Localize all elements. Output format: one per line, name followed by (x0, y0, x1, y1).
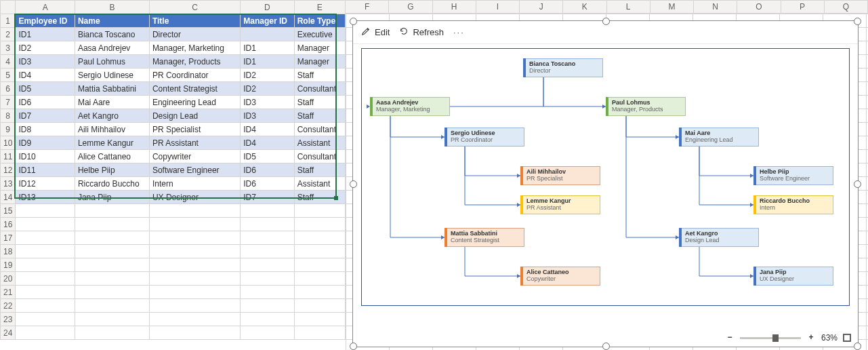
edit-button[interactable]: Edit (361, 26, 390, 38)
cell[interactable]: Alice Cattaneo (75, 150, 149, 163)
org-node-ID4[interactable]: Sergio UdinesePR Coordinator (445, 128, 524, 147)
cell[interactable]: ID1 (241, 55, 294, 69)
org-node-ID9[interactable]: Lemme KangurPR Assistant (520, 195, 600, 214)
embedded-visualization[interactable]: Edit Refresh ··· Bianca ToscanoDirectorA… (352, 20, 859, 347)
cell[interactable] (241, 326, 294, 340)
resize-handle-l[interactable] (350, 180, 357, 188)
cell[interactable] (16, 231, 75, 245)
org-node-ID3[interactable]: Paul LohmusManager, Products (606, 97, 686, 116)
resize-handle-b[interactable] (602, 343, 610, 350)
cell[interactable] (294, 258, 345, 272)
cell[interactable]: Software Engineer (149, 163, 240, 177)
zoom-slider[interactable] (740, 337, 801, 339)
cell[interactable]: Manager (294, 55, 345, 69)
cell[interactable] (75, 299, 149, 313)
column-header-H[interactable]: H (433, 0, 476, 14)
row-header-24[interactable]: 24 (1, 326, 16, 340)
cell[interactable]: ID2 (241, 69, 294, 82)
cell[interactable] (294, 204, 345, 218)
cell[interactable]: Aasa Andrejev (75, 41, 149, 55)
cell[interactable]: Manager (294, 41, 345, 55)
column-header-C[interactable]: C (149, 1, 240, 14)
cell[interactable] (75, 258, 149, 272)
cell[interactable] (294, 299, 345, 313)
cell[interactable]: Staff (294, 163, 345, 177)
cell[interactable]: Intern (149, 177, 240, 191)
column-header-N[interactable]: N (694, 0, 737, 14)
row-header-17[interactable]: 17 (1, 231, 16, 245)
org-node-ID6[interactable]: Mai AareEngineering Lead (679, 128, 759, 147)
cell[interactable] (294, 245, 345, 258)
column-header-Q[interactable]: Q (825, 0, 868, 14)
cell[interactable]: Jana Piip (75, 191, 149, 204)
cell[interactable] (241, 218, 294, 231)
org-node-ID8[interactable]: Aili MihhailovPR Specialist (520, 166, 600, 185)
zoom-slider-thumb[interactable] (772, 334, 779, 342)
cell[interactable] (16, 218, 75, 231)
cell[interactable] (16, 286, 75, 299)
row-header-11[interactable]: 11 (1, 150, 16, 163)
cell[interactable]: Staff (294, 191, 345, 204)
cell[interactable] (149, 231, 240, 245)
cell[interactable]: Bianca Toscano (75, 28, 149, 41)
column-header-M[interactable]: M (650, 0, 694, 14)
column-header-O[interactable]: O (737, 0, 781, 14)
cell[interactable]: Manager, Marketing (149, 41, 240, 55)
cell[interactable]: ID3 (241, 96, 294, 109)
cell[interactable] (294, 313, 345, 326)
row-header-6[interactable]: 6 (1, 82, 16, 96)
cell[interactable]: Sergio Udinese (75, 69, 149, 82)
row-header-4[interactable]: 4 (1, 55, 16, 69)
column-header-F[interactable]: F (346, 0, 389, 14)
cell[interactable] (294, 231, 345, 245)
cell[interactable]: ID3 (16, 55, 75, 69)
cell[interactable] (16, 245, 75, 258)
cell[interactable] (149, 258, 240, 272)
cell[interactable]: Aet Kangro (75, 109, 149, 123)
cell[interactable] (241, 28, 294, 41)
zoom-in-button[interactable]: + (806, 333, 816, 343)
resize-handle-tl[interactable] (350, 18, 357, 25)
refresh-button[interactable]: Refresh (399, 26, 444, 38)
row-header-10[interactable]: 10 (1, 136, 16, 150)
cell[interactable]: Aili Mihhailov (75, 123, 149, 136)
cell[interactable]: Consultant (294, 82, 345, 96)
cell[interactable] (16, 204, 75, 218)
org-node-ID5[interactable]: Mattia SabbatiniContent Strategist (445, 228, 524, 247)
column-header-D[interactable]: D (241, 1, 294, 14)
cell[interactable]: Staff (294, 109, 345, 123)
org-node-ID2[interactable]: Aasa AndrejevManager, Marketing (370, 97, 450, 116)
zoom-out-button[interactable]: − (725, 333, 735, 343)
cell[interactable]: Content Strategist (149, 82, 240, 96)
column-header-P[interactable]: P (781, 0, 825, 14)
cell[interactable]: Engineering Lead (149, 96, 240, 109)
cell[interactable]: ID8 (16, 123, 75, 136)
row-header-15[interactable]: 15 (1, 204, 16, 218)
row-header-3[interactable]: 3 (1, 41, 16, 55)
cell[interactable]: Manager ID (241, 14, 294, 28)
resize-handle-r[interactable] (854, 180, 861, 188)
row-header-9[interactable]: 9 (1, 123, 16, 136)
cell[interactable]: Copywriter (149, 150, 240, 163)
org-node-ID10[interactable]: Alice CattaneoCopywriter (520, 267, 600, 286)
cell[interactable]: Consultant (294, 123, 345, 136)
row-header-7[interactable]: 7 (1, 96, 16, 109)
cell[interactable] (294, 272, 345, 286)
spreadsheet-area[interactable]: ABCDE 1Employee IDNameTitleManager IDRol… (0, 0, 346, 350)
cell[interactable]: ID5 (241, 150, 294, 163)
cell[interactable]: Paul Lohmus (75, 55, 149, 69)
column-header-G[interactable]: G (389, 0, 432, 14)
cell[interactable] (241, 231, 294, 245)
cell[interactable] (75, 326, 149, 340)
cell[interactable]: Executive (294, 28, 345, 41)
cell[interactable]: Name (75, 14, 149, 28)
cell[interactable]: Employee ID (16, 14, 75, 28)
cell[interactable] (149, 204, 240, 218)
cell[interactable] (16, 326, 75, 340)
cell[interactable]: PR Assistant (149, 136, 240, 150)
cell[interactable] (149, 326, 240, 340)
org-node-ID7[interactable]: Aet KangroDesign Lead (679, 228, 759, 247)
cell[interactable]: Mai Aare (75, 96, 149, 109)
row-header-23[interactable]: 23 (1, 313, 16, 326)
select-all-corner[interactable] (1, 1, 16, 14)
